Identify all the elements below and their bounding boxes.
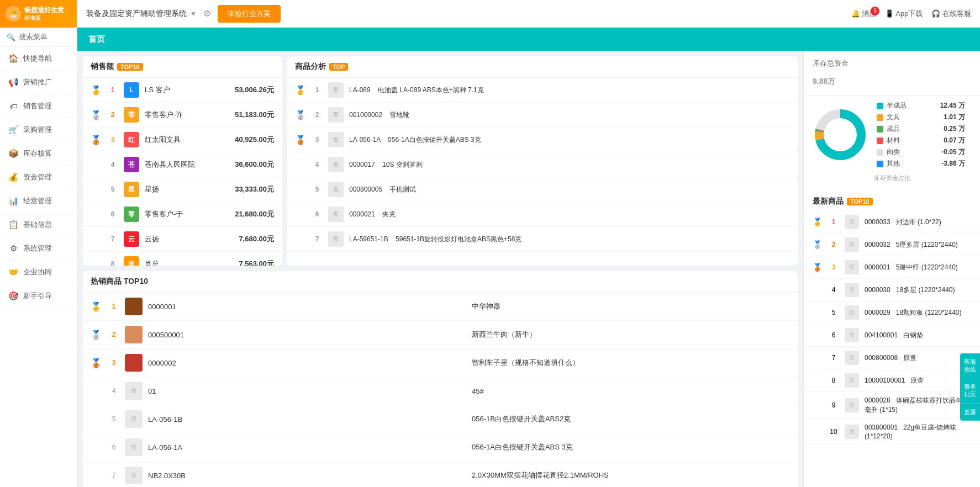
product-code: 000800005 <box>349 186 382 193</box>
hot-item: 5 图 LA-056-1B 056-1B白色按键开关盖ABS2克 <box>83 405 798 433</box>
hot-name: 智利车子里（规格不知道填什么） <box>472 358 790 368</box>
nav-icon-sales: 🏷 <box>8 102 19 111</box>
product-code: LA-089 <box>349 86 371 94</box>
new-product-info: 10000100001 原查 <box>865 376 971 385</box>
sidebar-item-operations[interactable]: 📊经营管理 <box>0 189 77 213</box>
new-rank: 8 <box>828 377 839 384</box>
new-product-name: 18多层 (1220*2440) <box>896 286 955 294</box>
float-btn-community[interactable]: 服务社区 <box>960 378 980 404</box>
new-product-info: 000800008 原查 <box>865 353 971 363</box>
rank-item: 🥉 3 红 红太阳文具 40,925.00元 <box>83 128 282 152</box>
new-product-thumb: 图 <box>845 328 859 342</box>
sales-ranking-header: 销售额 TOP10 <box>83 56 282 78</box>
legend-list: 半成品 12.45 万 文具 1.01 万 成品 0.25 万 材料 0.07 … <box>877 101 965 168</box>
product-code: 0000021 <box>349 210 375 218</box>
rank-number: 3 <box>107 136 118 144</box>
sidebar-item-sales[interactable]: 🏷销售管理 <box>0 94 77 118</box>
sidebar-item-enterprise[interactable]: 🤝企业协同 <box>0 261 77 284</box>
new-product-thumb: 图 <box>845 305 859 320</box>
hot-item: 4 图 01 45# <box>83 377 798 405</box>
sidebar-item-system[interactable]: ⚙系统管理 <box>0 237 77 261</box>
new-product-code: 0000032 <box>865 241 891 248</box>
product-item: 🥈 2 图 001000002 雪地靴 <box>287 103 798 128</box>
rank-number: 5 <box>107 186 118 193</box>
main-content: 装备及固定资产辅助管理系统 ▼ ⚙ 体验行业方案 🔔 消息 6 📱 App下载 … <box>77 0 980 487</box>
new-product-code: 004100001 <box>865 331 898 339</box>
rank-number: 2 <box>107 111 118 119</box>
nav-label-enterprise: 企业协同 <box>23 267 52 277</box>
sidebar-item-purchase[interactable]: 🛒采购管理 <box>0 118 77 142</box>
headset-icon: 🎧 <box>931 9 940 18</box>
mobile-icon: 📱 <box>885 9 894 18</box>
hot-item: 🥇 1 0000001 中华神器 <box>83 293 798 321</box>
nav-label-guide: 新手引导 <box>23 291 52 301</box>
rank-number: 1 <box>107 86 118 94</box>
hot-rank: 7 <box>108 472 119 479</box>
legend-value: 1.01 万 <box>944 113 965 122</box>
hot-item: 6 图 LA-056-1A 056-1A白色按键开关盖ABS 3克 <box>83 433 798 462</box>
new-rank: 4 <box>828 286 839 294</box>
product-ranking-header: 商品分析 TOP <box>287 56 798 78</box>
sidebar: 🐣 畅捷通好生意 标准版 🔍 搜索菜单 🏠快捷导航📢营销推广🏷销售管理🛒采购管理… <box>0 0 77 487</box>
new-product-item: 9 图 0000028 体碗荔枝味苏打饮品400毫升 (1*15) <box>804 392 980 419</box>
gear-icon[interactable]: ⚙ <box>203 8 211 19</box>
float-btn-live[interactable]: 直播 <box>960 404 980 421</box>
rank-name: 肖总 <box>145 259 233 266</box>
new-products-title: 最新商品 TOP10 <box>804 192 980 211</box>
sidebar-item-inventory[interactable]: 📦库存核算 <box>0 142 77 166</box>
new-rank: 9 <box>828 401 839 409</box>
new-product-info: 0000033 封边带 (1.0*22) <box>865 218 971 227</box>
sidebar-item-quick-nav[interactable]: 🏠快捷导航 <box>0 47 77 71</box>
hot-item: 🥉 3 0000002 智利车子里（规格不知道填什么） <box>83 349 798 377</box>
product-name: 夹克 <box>382 210 396 218</box>
inventory-title: 库存总资金 <box>813 59 971 68</box>
hot-item: 7 图 NB2.0X30B 2.0X30MM双摆花轴摆花直径2.1MM/ROHS <box>83 462 798 487</box>
new-products-badge: TOP10 <box>847 198 873 205</box>
rank-item: 🥈 2 零 零售客户-许 51,183.00元 <box>83 103 282 128</box>
sales-ranking-panel: 销售额 TOP10 🥇 1 L LS 客户 53,006.26元 🥈 2 零 零… <box>83 56 282 266</box>
product-name: 59651-1B旋转投影灯电池盒ABS黑色+58克 <box>396 235 521 243</box>
online-service[interactable]: 🎧 在线客服 <box>931 9 971 19</box>
new-product-info: 003800001 22g鱼豆腐-烧烤味 (1*12*20) <box>865 423 971 440</box>
rank-number: 6 <box>107 210 118 218</box>
hot-name: 45# <box>472 387 790 395</box>
product-code: 0000017 <box>349 161 375 168</box>
hot-code: 000500001 <box>148 331 466 339</box>
product-info: 0000017 10S 变刹罗刹 <box>349 160 790 170</box>
sidebar-item-basics[interactable]: 📋基础信息 <box>0 213 77 237</box>
product-name: 10S 变刹罗刹 <box>382 161 423 168</box>
product-thumb: 图 <box>328 107 344 123</box>
chart-area: 半成品 12.45 万 文具 1.01 万 成品 0.25 万 材料 0.07 … <box>804 96 980 174</box>
nav-icon-operations: 📊 <box>8 196 19 206</box>
sidebar-search[interactable]: 🔍 搜索菜单 <box>0 28 77 47</box>
system-name: 装备及固定资产辅助管理系统 ▼ <box>86 9 197 19</box>
rank-amount: 21,680.00元 <box>235 209 274 219</box>
product-ranking-panel: 商品分析 TOP 🥇 1 图 LA-089 电池盖 LA-089 ABS本色+黑… <box>287 56 798 266</box>
legend-name: 半成品 <box>887 101 937 110</box>
legend-name: 成品 <box>887 124 940 134</box>
hot-products-title: 热销商品 TOP10 <box>91 277 148 287</box>
home-tab[interactable]: 首页 <box>88 34 105 45</box>
product-info: LA-089 电池盖 LA-089 ABS本色+黑种 7.1克 <box>349 86 790 95</box>
notification-bell[interactable]: 🔔 消息 6 <box>851 9 877 19</box>
hot-thumb <box>125 326 143 343</box>
product-name: 手机测试 <box>389 186 416 193</box>
right-panel: 库存总资金 9.88万 <box>803 51 980 487</box>
float-btn-service[interactable]: 客服热线 <box>960 353 980 379</box>
new-product-code: 0000029 <box>865 309 891 316</box>
new-medal: 🥉 <box>813 263 823 272</box>
legend-color <box>877 161 883 167</box>
new-products-label: 最新商品 <box>813 197 844 207</box>
experience-btn[interactable]: 体验行业方案 <box>218 5 281 23</box>
app-download[interactable]: 📱 App下载 <box>885 9 923 19</box>
new-product-name: 原查 <box>903 354 916 362</box>
new-product-thumb: 图 <box>845 351 859 365</box>
legend-value: 12.45 万 <box>940 101 965 110</box>
hot-thumb: 图 <box>125 467 143 484</box>
sales-ranking-badge: TOP10 <box>117 63 143 71</box>
sidebar-item-finance[interactable]: 💰资金管理 <box>0 166 77 189</box>
sidebar-item-marketing[interactable]: 📢营销推广 <box>0 71 77 94</box>
rank-avatar: 零 <box>124 107 139 123</box>
sidebar-item-guide[interactable]: 🎯新手引导 <box>0 284 77 308</box>
product-item: 4 图 0000017 10S 变刹罗刹 <box>287 152 798 177</box>
